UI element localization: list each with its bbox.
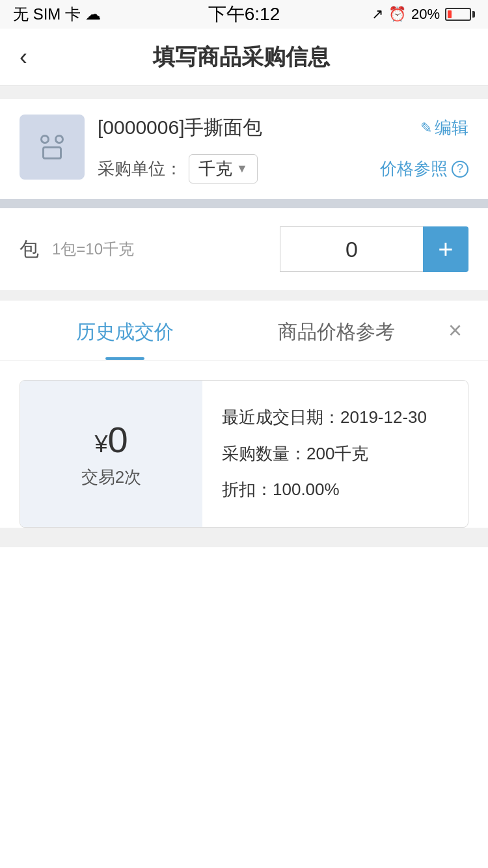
product-info: [0000006]手撕面包 ✎ 编辑 采购单位： 千克 ▼ 价格参照	[98, 115, 468, 183]
back-button[interactable]: ‹	[20, 44, 27, 71]
discount-value: 100.00%	[273, 480, 340, 499]
owl-eye-right	[55, 135, 64, 144]
date-label: 最近成交日期：	[222, 407, 340, 427]
price-value: 0	[107, 419, 128, 460]
quantity-conversion-label: 1包=10千克	[52, 239, 267, 260]
tab-active-indicator	[105, 357, 144, 360]
purchase-unit-left: 采购单位： 千克 ▼	[98, 154, 258, 183]
unit-value: 千克	[198, 157, 232, 180]
unit-select-dropdown[interactable]: 千克 ▼	[189, 154, 258, 183]
status-left: 无 SIM 卡 ☁	[13, 4, 101, 25]
quantity-input[interactable]: 0	[280, 226, 423, 272]
product-icon	[33, 128, 72, 167]
edit-button[interactable]: ✎ 编辑	[420, 116, 468, 139]
tab2-label: 商品价格参考	[278, 321, 395, 342]
product-section: [0000006]手撕面包 ✎ 编辑 采购单位： 千克 ▼ 价格参照	[0, 99, 488, 199]
edit-label: 编辑	[435, 116, 468, 139]
price-amount: ¥0	[94, 418, 128, 461]
owl-eye-left	[40, 135, 49, 144]
quantity-unit-label: 包	[20, 236, 39, 263]
status-right: ↗ ⏰ 20%	[372, 6, 475, 23]
purchase-unit-label: 采购单位：	[98, 157, 182, 180]
quantity-input-area: 0 +	[280, 226, 468, 272]
close-tab-button[interactable]: ×	[442, 310, 468, 351]
price-reference-button[interactable]: 价格参照 ?	[380, 157, 468, 180]
sim-label: 无 SIM 卡 ☁	[13, 4, 101, 25]
bottom-area	[0, 547, 488, 868]
purchase-unit-row: 采购单位： 千克 ▼ 价格参照 ?	[98, 154, 468, 183]
quantity-plus-button[interactable]: +	[423, 226, 468, 272]
quantity-value: 0	[346, 237, 358, 262]
product-thumbnail	[20, 115, 85, 180]
owl-body	[42, 146, 62, 159]
gray-divider	[0, 199, 488, 208]
price-detail-discount: 折扣：100.00%	[222, 476, 448, 504]
quantity-detail-value: 200千克	[306, 444, 368, 463]
tabs-header: 历史成交价 商品价格参考 ×	[0, 301, 488, 360]
edit-icon: ✎	[420, 120, 432, 137]
dropdown-arrow-icon: ▼	[236, 162, 248, 176]
tab-product-price-reference[interactable]: 商品价格参考	[230, 301, 441, 360]
tabs-section: 历史成交价 商品价格参考 × ¥0 交易2次 最近成交日期：2019-12-30…	[0, 301, 488, 528]
product-name-row: [0000006]手撕面包 ✎ 编辑	[98, 115, 468, 141]
plus-icon: +	[438, 235, 453, 264]
location-icon: ↗	[372, 6, 383, 23]
transaction-count: 交易2次	[81, 466, 141, 489]
currency-symbol: ¥	[94, 431, 107, 457]
date-value: 2019-12-30	[340, 407, 427, 427]
status-time: 下午6:12	[208, 2, 280, 27]
price-card-right: 最近成交日期：2019-12-30 采购数量：200千克 折扣：100.00%	[202, 381, 468, 527]
price-detail-date: 最近成交日期：2019-12-30	[222, 404, 448, 431]
alarm-icon: ⏰	[388, 6, 406, 23]
battery-icon	[445, 8, 475, 21]
battery-percent: 20%	[411, 6, 440, 23]
discount-label: 折扣：	[222, 480, 273, 499]
price-card-left: ¥0 交易2次	[20, 381, 202, 527]
status-bar: 无 SIM 卡 ☁ 下午6:12 ↗ ⏰ 20%	[0, 0, 488, 29]
tab1-label: 历史成交价	[76, 321, 174, 342]
page-title: 填写商品采购信息	[40, 42, 442, 72]
price-card: ¥0 交易2次 最近成交日期：2019-12-30 采购数量：200千克 折扣：…	[20, 380, 468, 528]
nav-bar: ‹ 填写商品采购信息	[0, 29, 488, 86]
price-detail-quantity: 采购数量：200千克	[222, 441, 448, 468]
price-ref-label: 价格参照	[380, 157, 448, 180]
product-name: [0000006]手撕面包	[98, 115, 262, 141]
quantity-label: 采购数量：	[222, 444, 306, 463]
price-ref-question-icon: ?	[452, 161, 468, 178]
close-icon: ×	[448, 317, 462, 344]
quantity-row: 包 1包=10千克 0 +	[0, 208, 488, 290]
owl-eyes	[40, 135, 64, 144]
product-header: [0000006]手撕面包 ✎ 编辑 采购单位： 千克 ▼ 价格参照	[20, 115, 468, 183]
tab-historical-price[interactable]: 历史成交价	[20, 301, 230, 360]
